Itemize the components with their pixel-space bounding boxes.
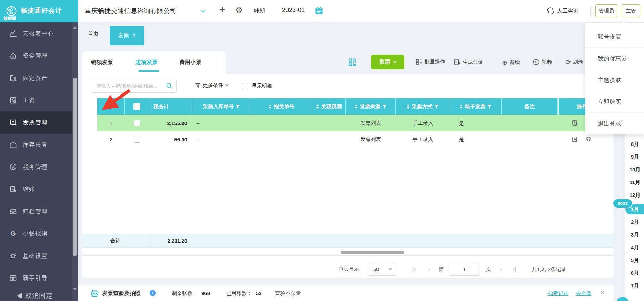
- sort-icon[interactable]: [355, 104, 358, 109]
- delete-icon[interactable]: [585, 136, 592, 143]
- col-purchase-order[interactable]: 采购入库单号: [192, 98, 251, 115]
- month-item[interactable]: 12月: [625, 191, 644, 199]
- headset-icon[interactable]: [546, 7, 554, 15]
- period-value[interactable]: 2023-01: [282, 7, 305, 14]
- month-item[interactable]: 10月: [625, 166, 644, 173]
- tab-expense-receipt[interactable]: 费用小票: [179, 59, 201, 66]
- sort-icon[interactable]: [407, 104, 410, 109]
- table-row[interactable]: 1 2,155.20 -- 发票列表 手工录入 是: [97, 115, 606, 131]
- tab-sales-invoice[interactable]: 销项发票: [91, 59, 113, 66]
- sidebar-item-archive[interactable]: 归档管理: [0, 200, 72, 223]
- view-detail-icon[interactable]: [572, 136, 578, 143]
- fetch-invoice-button[interactable]: 取票: [371, 55, 404, 69]
- close-icon[interactable]: ×: [601, 288, 605, 297]
- sidebar-item-expense-app[interactable]: G 小畅报销: [0, 223, 72, 245]
- sidebar-item-invoice-management[interactable]: 发票管理: [0, 111, 72, 134]
- support-link[interactable]: 人工咨询: [557, 8, 579, 15]
- page-number-field[interactable]: [449, 262, 480, 276]
- filter-funnel-icon[interactable]: [235, 104, 240, 109]
- sidebar-scrollbar[interactable]: [72, 22, 78, 301]
- used-label: 已用张数：: [226, 290, 252, 297]
- search-field[interactable]: [91, 79, 177, 93]
- filter-funnel-icon[interactable]: [434, 104, 439, 109]
- month-item[interactable]: 11月: [625, 179, 644, 186]
- per-page-select[interactable]: 50: [368, 262, 396, 276]
- qr-scan-icon[interactable]: [348, 57, 357, 67]
- add-account-button[interactable]: +: [219, 3, 225, 15]
- col-remark[interactable]: 备注: [502, 98, 558, 115]
- refresh-button[interactable]: ⟳ 刷新: [565, 58, 583, 66]
- month-item[interactable]: 3月: [625, 231, 644, 239]
- last-page-button[interactable]: ›|: [513, 265, 516, 273]
- recharge-link[interactable]: 去充值: [576, 290, 591, 297]
- sidebar-item-funds[interactable]: 资金管理: [0, 45, 72, 67]
- col-tax-total[interactable]: 税合计: [149, 98, 192, 115]
- tab-invoice[interactable]: 发票 ×: [110, 26, 144, 45]
- generate-voucher-button[interactable]: 生成凭证: [454, 59, 483, 66]
- filter-funnel-icon[interactable]: [382, 104, 387, 109]
- row-checkbox[interactable]: [134, 137, 140, 143]
- month-item[interactable]: 8月: [625, 140, 644, 148]
- sidebar-item-inventory[interactable]: 库存核算: [0, 134, 72, 156]
- video-help-button[interactable]: 视频: [533, 59, 552, 66]
- col-customs-no[interactable]: 报关单号: [251, 98, 312, 115]
- table-row[interactable]: 2 56.00 -- 发票列表 手工录入 是: [97, 131, 606, 148]
- sidebar-item-closing[interactable]: 结账: [0, 178, 72, 201]
- menu-item-theme[interactable]: 主题换肤: [585, 69, 644, 91]
- scroll-up-icon[interactable]: [73, 26, 77, 29]
- month-item[interactable]: 7月: [625, 282, 644, 290]
- chevron-down-icon[interactable]: [201, 8, 205, 13]
- menu-item-coupons[interactable]: 我的优惠券: [585, 48, 644, 69]
- column-settings-gear-icon[interactable]: ⚙: [108, 102, 114, 111]
- sidebar-unpin-button[interactable]: 取消固定: [0, 291, 78, 301]
- tab-home[interactable]: 首页: [88, 30, 99, 38]
- calendar-icon[interactable]: [314, 6, 324, 15]
- show-detail-checkbox[interactable]: [242, 83, 248, 89]
- sidebar-item-basic-settings[interactable]: 基础设置: [0, 245, 72, 267]
- scroll-down-icon[interactable]: [73, 288, 77, 290]
- col-customs-tax[interactable]: 关税税额: [312, 98, 346, 115]
- filter-funnel-icon[interactable]: [487, 104, 492, 109]
- page-number-input[interactable]: [449, 266, 480, 272]
- select-all-checkbox[interactable]: [133, 103, 140, 110]
- sidebar-item-cloud-reports[interactable]: 云报表中心: [0, 22, 72, 45]
- menu-item-account-settings[interactable]: 账号设置: [585, 26, 644, 48]
- next-page-button[interactable]: ›: [500, 265, 502, 273]
- view-detail-icon[interactable]: [572, 120, 578, 127]
- search-input[interactable]: [95, 80, 166, 92]
- row-checkbox[interactable]: [134, 120, 140, 126]
- sort-icon[interactable]: [316, 104, 319, 109]
- sidebar-item-fixed-assets[interactable]: 固定资产: [0, 67, 72, 89]
- sidebar-scrollbar-thumb[interactable]: [73, 78, 77, 256]
- more-filters-button[interactable]: 更多条件: [195, 82, 228, 89]
- sidebar-item-tax[interactable]: 税 税务管理: [0, 156, 72, 178]
- settings-gear-icon[interactable]: ⚙: [235, 5, 243, 15]
- fee-record-link[interactable]: 扣费记录: [548, 290, 568, 297]
- tab-close-icon[interactable]: ×: [132, 32, 135, 39]
- add-new-button[interactable]: ⊕ 新增: [502, 59, 520, 67]
- month-item[interactable]: 9月: [625, 153, 644, 161]
- tab-purchase-invoice[interactable]: 进项发票: [135, 59, 158, 66]
- info-icon[interactable]: i: [150, 290, 156, 296]
- sort-icon[interactable]: [460, 104, 462, 109]
- sidebar-item-payroll[interactable]: 工资: [0, 89, 72, 112]
- horizontal-scrollbar-thumb[interactable]: [341, 251, 404, 254]
- company-selector[interactable]: 重庆畅捷交通信息咨询有限公司: [85, 7, 177, 16]
- month-item[interactable]: 5月: [625, 257, 644, 264]
- role-admin-button[interactable]: 管理员: [595, 4, 617, 17]
- menu-item-buy-now[interactable]: 立即购买: [585, 91, 644, 113]
- role-supervisor-button[interactable]: 主管: [622, 4, 640, 17]
- month-item[interactable]: 6月: [625, 269, 644, 277]
- sidebar-item-tutorial[interactable]: 新手引导: [0, 267, 72, 290]
- prev-page-button[interactable]: ‹: [429, 265, 431, 273]
- month-item[interactable]: 2月: [625, 218, 644, 226]
- col-source[interactable]: 发票来源: [346, 98, 396, 115]
- col-e-invoice[interactable]: 电子发票: [450, 98, 502, 115]
- col-collect-method[interactable]: 采集方式: [396, 98, 450, 115]
- sort-icon[interactable]: [269, 104, 271, 109]
- batch-actions-button[interactable]: 批量操作: [416, 59, 445, 65]
- month-item[interactable]: 4月: [625, 244, 644, 251]
- first-page-button[interactable]: |‹: [412, 265, 416, 273]
- menu-item-logout[interactable]: 退出登录: [585, 113, 644, 134]
- search-icon[interactable]: [166, 82, 173, 91]
